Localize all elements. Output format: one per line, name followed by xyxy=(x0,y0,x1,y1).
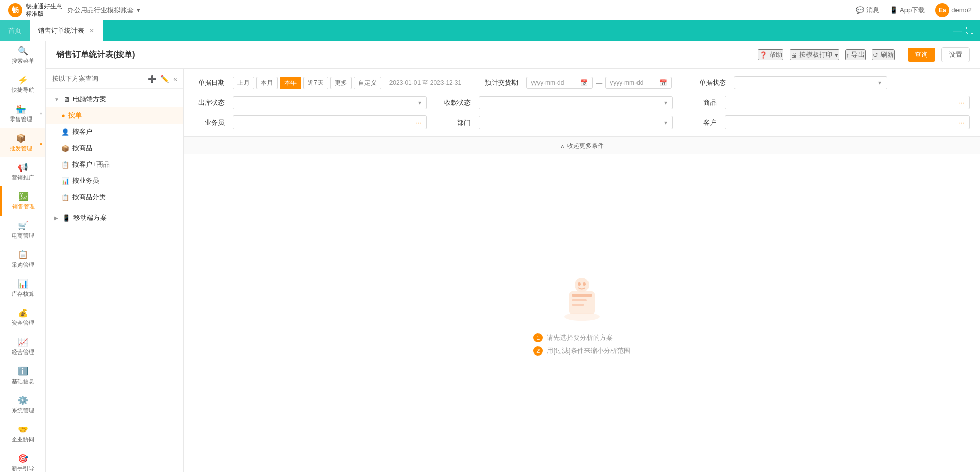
status-select[interactable]: ▾ xyxy=(734,76,887,89)
print-dropdown-icon: ▾ xyxy=(835,51,838,59)
customer-input[interactable]: ··· xyxy=(725,115,970,129)
sidebar-item-system[interactable]: ⚙️ 系统管理 xyxy=(0,390,45,419)
product-label: 商品 xyxy=(686,98,717,107)
search-icon: 🔍 xyxy=(18,46,28,56)
collapse-bar[interactable]: ∧ 收起更多条件 xyxy=(184,137,980,154)
cooperation-icon: 🤝 xyxy=(18,424,28,434)
content-area: 按以下方案查询 ➕ ✏️ « ▼ 🖥 电脑端方案 ● xyxy=(46,69,980,472)
top-bar-left: 畅 畅捷通好生意 标准版 办公用品行业模拟账套 ▾ xyxy=(8,3,140,17)
divider xyxy=(901,51,901,59)
last-7-days-btn[interactable]: 近7天 xyxy=(303,77,328,89)
tree-node-by-customer[interactable]: 👤 按客户 xyxy=(46,124,183,140)
tab-close-icon[interactable]: ✕ xyxy=(89,27,94,34)
quick-nav-icon: ⚡ xyxy=(18,75,28,85)
export-icon: ↑ xyxy=(846,51,850,59)
custom-btn[interactable]: 自定义 xyxy=(354,77,381,89)
app-download-button[interactable]: 📱 App下载 xyxy=(890,6,925,15)
add-scheme-button[interactable]: ➕ xyxy=(148,75,156,83)
chevron-down-icon: ▾ xyxy=(137,6,140,14)
product-input[interactable]: ··· xyxy=(725,96,970,109)
page-header: 销售订单统计表(按单) ❓ 帮助 🖨 按模板打印 ▾ ↑ 导出 ↺ 刷新 xyxy=(46,41,980,69)
breadcrumb-dropdown[interactable]: ▾ xyxy=(137,6,140,14)
filter-panel: 单据日期 上月 本月 本年 近7天 更多 自定义 2023-01-01 至 20… xyxy=(184,69,980,137)
tree-node-by-product-category[interactable]: 📋 按商品分类 xyxy=(46,189,183,205)
sidebar-item-cooperation[interactable]: 🤝 企业协同 xyxy=(0,419,45,449)
tree-node-mobile[interactable]: ▶ 📱 移动端方案 xyxy=(46,209,183,226)
sidebar-item-inventory[interactable]: 📊 库存核算 xyxy=(0,274,45,303)
query-button[interactable]: 查询 xyxy=(908,48,935,62)
collapse-icon: ∧ xyxy=(560,143,565,150)
inventory-icon: 📊 xyxy=(18,279,28,289)
settings-button[interactable]: 设置 xyxy=(941,47,970,62)
tab-minimize-button[interactable]: — xyxy=(953,26,962,35)
tab-maximize-button[interactable]: ⛶ xyxy=(966,26,974,35)
sales-icon: 💹 xyxy=(18,192,29,201)
page-title: 销售订单统计表(按单) xyxy=(56,50,135,66)
tree-node-by-customer-product[interactable]: 📋 按客户+商品 xyxy=(46,156,183,173)
edit-scheme-button[interactable]: ✏️ xyxy=(160,75,169,83)
date-start-input[interactable]: yyyy-mm-dd 📅 xyxy=(526,77,593,89)
sidebar-item-basic[interactable]: ℹ️ 基础信息 xyxy=(0,361,45,390)
department-label: 部门 xyxy=(440,118,471,127)
empty-illustration xyxy=(554,271,610,327)
sidebar-item-quick-nav[interactable]: ⚡ 快捷导航 xyxy=(0,70,45,99)
user-area[interactable]: Ea demo2 xyxy=(935,3,972,17)
sidebar-item-operation[interactable]: 📈 经营管理 xyxy=(0,332,45,361)
page-area: 销售订单统计表(按单) ❓ 帮助 🖨 按模板打印 ▾ ↑ 导出 ↺ 刷新 xyxy=(46,41,980,472)
calendar-icon: 📅 xyxy=(580,79,588,86)
sidebar: 🔍 搜索菜单 ⚡ 快捷导航 🏪 零售管理 ▾ 📦 批发管理 ▴ 📢 营销推广 xyxy=(0,41,46,472)
operation-icon: 📈 xyxy=(18,337,28,347)
date-input-group: yyyy-mm-dd 📅 — yyyy-mm-dd 📅 xyxy=(526,77,672,89)
department-select-arrow: ▾ xyxy=(664,119,667,126)
date-separator: — xyxy=(596,79,602,87)
sidebar-item-finance[interactable]: 💰 资金管理 xyxy=(0,303,45,332)
more-btn[interactable]: 更多 xyxy=(330,77,352,89)
template-print-button[interactable]: 🖨 按模板打印 ▾ xyxy=(790,49,839,60)
tab-home[interactable]: 首页 xyxy=(0,20,30,41)
download-icon: 📱 xyxy=(890,6,898,14)
help-button[interactable]: ❓ 帮助 xyxy=(758,49,783,60)
salesperson-input[interactable]: ··· xyxy=(233,115,427,129)
tree-node-by-order[interactable]: ● 按单 xyxy=(46,107,183,124)
collapse-panel-button[interactable]: « xyxy=(173,75,177,83)
this-month-btn[interactable]: 本月 xyxy=(256,77,278,89)
delivery-status-select[interactable]: ▾ xyxy=(233,96,427,109)
tab-order-stats[interactable]: 销售订单统计表 ✕ xyxy=(30,20,103,41)
mobile-icon: 📱 xyxy=(62,214,70,222)
logo-icon: 畅 xyxy=(8,3,22,17)
finance-icon: 💰 xyxy=(18,308,28,318)
product-dots-icon: ··· xyxy=(959,99,964,106)
refresh-button[interactable]: ↺ 刷新 xyxy=(872,49,895,60)
sidebar-item-guide[interactable]: 🎯 新手引导 xyxy=(0,449,45,472)
product-list-icon: 📦 xyxy=(61,145,69,152)
sidebar-item-purchase[interactable]: 📋 采购管理 xyxy=(0,245,45,274)
date-end-input[interactable]: yyyy-mm-dd 📅 xyxy=(605,77,672,89)
svg-point-5 xyxy=(575,278,589,292)
last-month-btn[interactable]: 上月 xyxy=(233,77,254,89)
tree-node-by-salesperson[interactable]: 📊 按业务员 xyxy=(46,173,183,189)
payment-status-select[interactable]: ▾ xyxy=(479,96,673,109)
department-select[interactable]: ▾ xyxy=(479,116,673,129)
sidebar-item-retail[interactable]: 🏪 零售管理 ▾ xyxy=(0,99,45,128)
logo-area: 畅 畅捷通好生意 标准版 xyxy=(8,3,62,17)
payment-select-arrow: ▾ xyxy=(664,99,667,106)
tree-node-by-product[interactable]: 📦 按商品 xyxy=(46,140,183,156)
top-bar: 畅 畅捷通好生意 标准版 办公用品行业模拟账套 ▾ 💬 消息 📱 App下载 E… xyxy=(0,0,980,20)
desktop-icon: 🖥 xyxy=(63,96,70,103)
sidebar-item-ecommerce[interactable]: 🛒 电商管理 xyxy=(0,216,45,245)
marketing-icon: 📢 xyxy=(18,162,28,172)
status-select-arrow: ▾ xyxy=(878,79,881,86)
customer-dots-icon: ··· xyxy=(959,119,964,126)
sidebar-item-wholesale[interactable]: 📦 批发管理 ▴ xyxy=(0,128,45,157)
tree-node-desktop[interactable]: ▼ 🖥 电脑端方案 xyxy=(46,91,183,107)
sidebar-item-sales[interactable]: 💹 销售管理 xyxy=(0,186,45,216)
tab-bar: 首页 销售订单统计表 ✕ — ⛶ xyxy=(0,20,980,41)
export-button[interactable]: ↑ 导出 xyxy=(845,49,866,60)
sidebar-item-marketing[interactable]: 📢 营销推广 xyxy=(0,157,45,186)
logo-text: 畅捷通好生意 标准版 xyxy=(26,3,62,17)
message-button[interactable]: 💬 消息 xyxy=(856,6,879,15)
system-icon: ⚙️ xyxy=(18,395,28,405)
this-year-btn[interactable]: 本年 xyxy=(280,77,301,89)
empty-state: 1 请先选择要分析的方案 2 用[过滤]条件来缩小分析范围 xyxy=(184,154,980,472)
sidebar-item-search-menu[interactable]: 🔍 搜索菜单 xyxy=(0,41,45,70)
